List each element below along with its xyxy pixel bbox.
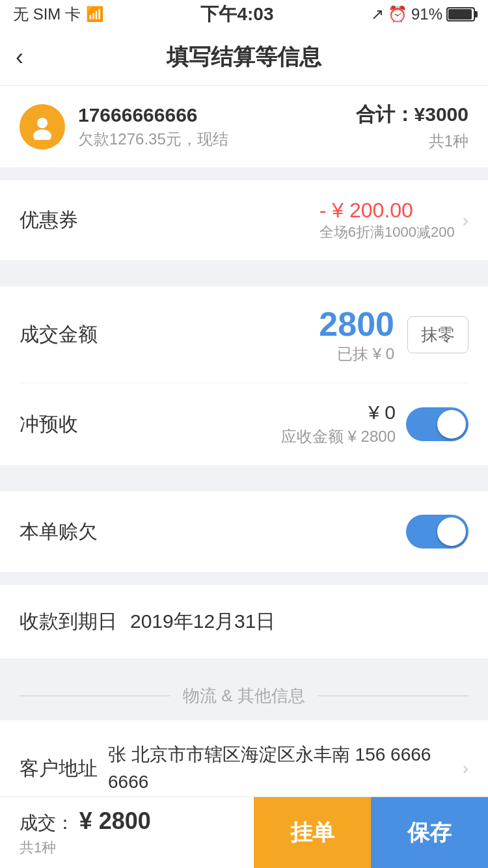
prepay-amount: ¥ 0 应收金额 ¥ 2800 (281, 401, 396, 447)
customer-left: 17666666666 欠款1276.35元，现结 (20, 104, 228, 150)
total-value: 合计：¥3000 (356, 102, 468, 128)
svg-point-1 (33, 129, 51, 140)
amount-value: 2800 (319, 305, 394, 344)
prepay-row: 冲预收 ¥ 0 应收金额 ¥ 2800 (20, 383, 468, 465)
save-button[interactable]: 保存 (371, 797, 488, 869)
prepay-right: ¥ 0 应收金额 ¥ 2800 (281, 401, 468, 447)
duedate-value: 2019年12月31日 (130, 608, 275, 635)
prepay-value: ¥ 0 (281, 401, 396, 424)
carrier-text: 无 SIM 卡 (13, 4, 81, 25)
debt-row: 本单赊欠 (20, 491, 468, 572)
debt-toggle-knob (437, 517, 466, 546)
total-count: 共1种 (356, 131, 468, 152)
round-button[interactable]: 抹零 (407, 316, 468, 353)
bottom-deal-label: 成交： (20, 813, 74, 833)
debt-section: 本单赊欠 (0, 491, 488, 572)
debt-toggle[interactable] (406, 515, 468, 549)
prepay-label: 冲预收 (20, 411, 78, 438)
status-right: ↗ ⏰ 91% (371, 5, 475, 23)
customer-info: 17666666666 欠款1276.35元，现结 (78, 104, 228, 150)
address-chevron-icon: › (463, 758, 468, 779)
chevron-right-icon: › (463, 210, 468, 231)
toggle-knob (437, 410, 466, 439)
coupon-value: - ¥ 200.00 全场6折满1000减200 (319, 198, 455, 242)
bottom-bar: 成交： ¥ 2800 共1种 挂单 保存 (0, 796, 488, 868)
amount-label: 成交金额 (20, 321, 98, 348)
amount-row: 成交金额 2800 已抹 ¥ 0 抹零 (20, 286, 468, 383)
status-left: 无 SIM 卡 📶 (13, 4, 103, 25)
back-button[interactable]: ‹ (16, 44, 23, 71)
coupon-desc: 全场6折满1000减200 (319, 223, 455, 242)
logistics-divider: 物流 & 其他信息 (0, 671, 488, 720)
amount-sub: 已抹 ¥ 0 (319, 344, 394, 364)
address-label: 客户地址 (20, 755, 98, 782)
coupon-label: 优惠券 (20, 207, 78, 234)
prepay-toggle[interactable] (406, 407, 468, 441)
address-value: 张 北京市市辖区海淀区永丰南 156 6666 6666 (98, 741, 463, 796)
duedate-row: 收款到期日 2019年12月31日 (20, 585, 468, 658)
time-display: 下午4:03 (200, 2, 273, 27)
hang-button[interactable]: 挂单 (254, 797, 371, 869)
prepay-sub: 应收金额 ¥ 2800 (281, 426, 396, 447)
section-divider-1 (0, 273, 488, 286)
customer-right: 合计：¥3000 共1种 (356, 102, 468, 152)
bottom-deal-amount: ¥ 2800 (79, 807, 151, 834)
coupon-discount: - ¥ 200.00 (319, 198, 455, 223)
coupon-row[interactable]: 优惠券 - ¥ 200.00 全场6折满1000减200 › (0, 180, 488, 260)
bottom-count: 共1种 (20, 838, 234, 858)
coupon-right: - ¥ 200.00 全场6折满1000减200 › (319, 198, 468, 242)
svg-point-0 (37, 118, 47, 128)
location-icon: ↗ (371, 5, 384, 23)
customer-phone: 17666666666 (78, 104, 228, 126)
duedate-label: 收款到期日 (20, 608, 117, 635)
battery-icon (446, 7, 475, 21)
nav-bar: ‹ 填写结算等信息 (0, 29, 488, 86)
status-bar: 无 SIM 卡 📶 下午4:03 ↗ ⏰ 91% (0, 0, 488, 29)
battery-percentage: 91% (411, 5, 442, 23)
page-title: 填写结算等信息 (167, 42, 321, 72)
divider-line-left (20, 696, 170, 696)
duedate-section: 收款到期日 2019年12月31日 (0, 585, 488, 658)
wifi-icon: 📶 (86, 6, 103, 23)
amount-value-wrapper: 2800 已抹 ¥ 0 (319, 305, 394, 364)
amount-value-group: 2800 已抹 ¥ 0 抹零 (319, 305, 468, 364)
debt-label: 本单赊欠 (20, 519, 98, 545)
alarm-icon: ⏰ (388, 5, 407, 23)
customer-subtitle: 欠款1276.35元，现结 (78, 129, 228, 150)
divider-line-right (318, 696, 468, 696)
logistics-text: 物流 & 其他信息 (183, 685, 305, 707)
customer-row: 17666666666 欠款1276.35元，现结 合计：¥3000 共1种 (0, 86, 488, 167)
bottom-summary: 成交： ¥ 2800 共1种 (0, 807, 254, 858)
main-content: 17666666666 欠款1276.35元，现结 合计：¥3000 共1种 优… (0, 86, 488, 868)
bottom-deal-row: 成交： ¥ 2800 (20, 807, 234, 835)
section-divider-2 (0, 478, 488, 491)
avatar (20, 104, 65, 150)
amount-section: 成交金额 2800 已抹 ¥ 0 抹零 冲预收 ¥ 0 应收金额 ¥ 2800 (0, 286, 488, 465)
